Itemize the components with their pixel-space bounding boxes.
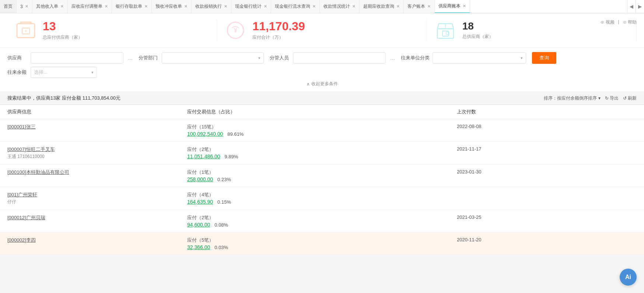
balance-select[interactable]: 选择... ▾ (31, 67, 97, 78)
filter-section: 供应商 ... 分管部门 ▾ 分管人员 ... 往来单位分类 ▾ 查询 (0, 48, 644, 92)
table-row: [000001]张三 应付（15笔） 100,092,540.00 89.61%… (0, 119, 644, 142)
transaction-amount-rongxuan[interactable]: 164,635.90 (187, 199, 213, 205)
nav-tab-supplier-book[interactable]: 供应商账本 ✕ (435, 0, 470, 13)
nav-scroll-right-btn[interactable]: ▶ (636, 0, 644, 13)
nav-tab-cash-flow[interactable]: 现金银行流水查询 ✕ (271, 0, 320, 13)
supplier-sub-rongxuan: 仔仔 (7, 199, 187, 205)
help-link[interactable]: ⊙ 帮助 (623, 19, 637, 25)
svg-point-2 (25, 30, 27, 32)
ar-ap-adjust-label: 应收应付调整单 (71, 3, 102, 10)
filter-row-2: 往来余额 选择... ▾ (7, 67, 637, 78)
refresh-label: 刷新 (628, 95, 637, 101)
transaction-info-rongxuan: 应付（4笔） 164,635.90 0.15% (187, 192, 457, 205)
payable-icon: ¥ (224, 19, 246, 41)
transaction-label-lisi: 应付（5笔） (187, 237, 457, 244)
person-input[interactable] (293, 52, 386, 63)
close-collection-icon[interactable]: ✕ (224, 4, 227, 9)
dept-filter-label: 分管部门 (139, 55, 159, 61)
summary-card-total-payable: ¥ 11,170.39 应付合计（万） (217, 19, 427, 41)
nav-tab-ar-ap-adjust[interactable]: 应收应付调整单 ✕ (68, 0, 112, 13)
nav-tab-bank[interactable]: 银行存取款单 ✕ (112, 0, 152, 13)
total-payable-suppliers-label: 总应付供应商（家） (43, 34, 83, 41)
collapse-btn[interactable]: ∧ 收起更多条件 (7, 81, 637, 87)
supplier-info-bente: [000100]本特勤油品有限公司 (7, 169, 187, 176)
close-cash-flow-icon[interactable]: ✕ (312, 4, 316, 9)
summary-section: 13 总应付供应商（家） ¥ 11,170.39 应付合计（万） (0, 13, 644, 48)
transaction-label-beiri: 应付（2笔） (187, 214, 457, 221)
summary-card-total-payable-suppliers: 13 总应付供应商（家） (7, 19, 217, 41)
collapse-label: 收起更多条件 (311, 81, 338, 87)
nav-scroll-left-btn[interactable]: ◀ (627, 0, 636, 13)
supplier-link-beiri[interactable]: [000012]广州贝瑞 (7, 214, 187, 221)
close-tab-3-icon[interactable]: ✕ (25, 4, 28, 9)
transaction-info-beiri: 应付（2笔） 94,600.00 0.08% (187, 214, 457, 228)
receipt-stats-label: 收款情况统计 (323, 3, 350, 10)
supplier-link-lisi[interactable]: [000002]李四 (7, 237, 187, 244)
export-button[interactable]: ↻ 导出 (605, 95, 619, 101)
nav-tab-home[interactable]: 首页 (0, 0, 17, 13)
nav-tab-other-income[interactable]: 其他收入单 ✕ (32, 0, 68, 13)
customer-book-label: 客户账本 (407, 3, 425, 10)
nav-tab-collection[interactable]: 收款核销执行 ✕ (192, 0, 231, 13)
close-bank-icon[interactable]: ✕ (144, 4, 148, 9)
cash-stats-label: 现金银行统计 (235, 3, 262, 10)
nav-tab-overdue[interactable]: 超期应收款查询 ✕ (360, 0, 404, 13)
top-right-links: ⊙ 视频 | ⊙ 帮助 (601, 19, 637, 25)
table-row: [000100]本特勤油品有限公司 应付（1笔） 258,000.00 0.23… (0, 165, 644, 187)
supplier-dots[interactable]: ... (128, 55, 133, 61)
close-supplier-book-icon[interactable]: ✕ (463, 4, 466, 8)
transaction-info-hengwang: 应付（2笔） 11,051,486.00 9.89% (187, 146, 457, 159)
supplier-sub-hengwang: 王通 17106110000 (7, 154, 187, 160)
person-dots[interactable]: ... (390, 55, 395, 61)
nav-tab-cash-stats[interactable]: 现金银行统计 ✕ (231, 0, 271, 13)
category-select[interactable]: ▾ (433, 52, 526, 63)
export-icon: ↻ (605, 96, 609, 101)
close-cash-stats-icon[interactable]: ✕ (264, 4, 267, 9)
data-table: 供应商信息 应付交易信息（占比） 上次付数 [000001]张三 应付（15笔）… (0, 105, 644, 255)
nav-tab-customer-book[interactable]: 客户账本 ✕ (404, 0, 435, 13)
total-suppliers-number: 18 (462, 21, 493, 32)
home-tab-label: 首页 (4, 3, 13, 10)
supplier-info-zhangsan: [000001]张三 (7, 124, 187, 130)
close-receipt-stats-icon[interactable]: ✕ (352, 4, 356, 9)
bank-label: 银行存取款单 (116, 3, 142, 10)
dept-filter-item: 分管部门 ▾ (139, 52, 264, 63)
close-customer-book-icon[interactable]: ✕ (427, 4, 431, 9)
svg-rect-5 (437, 29, 454, 38)
total-payable-label: 应付合计（万） (252, 34, 305, 41)
close-ar-ap-adjust-icon[interactable]: ✕ (105, 4, 108, 9)
table-row: [001]广州荣轩 仔仔 应付（4笔） 164,635.90 0.15% (0, 187, 644, 210)
query-button[interactable]: 查询 (532, 52, 556, 64)
supplier-link-bente[interactable]: [000100]本特勤油品有限公司 (7, 169, 187, 176)
overdue-label: 超期应收款查询 (363, 3, 394, 10)
sort-button[interactable]: 排序：按应付余额倒序排序 ▾ (544, 95, 601, 101)
transaction-amount-zhangsan[interactable]: 100,092,540.00 (187, 131, 223, 137)
nav-tab-prepay[interactable]: 预收冲应收单 ✕ (152, 0, 192, 13)
supplier-link-zhangsan[interactable]: [000001]张三 (7, 124, 187, 130)
close-overdue-icon[interactable]: ✕ (396, 4, 400, 9)
transaction-amount-bente[interactable]: 258,000.00 (187, 176, 213, 182)
transaction-info-bente: 应付（1笔） 258,000.00 0.23% (187, 169, 457, 182)
dept-select[interactable]: ▾ (162, 52, 264, 63)
transaction-percent-hengwang: 9.89% (225, 154, 238, 159)
person-filter-label: 分管人员 (270, 55, 290, 61)
transaction-amount-beiri[interactable]: 94,600.00 (187, 222, 210, 228)
video-link[interactable]: ⊙ 视频 (601, 19, 614, 25)
close-prepay-icon[interactable]: ✕ (184, 4, 188, 9)
nav-tab-receipt-stats[interactable]: 收款情况统计 ✕ (320, 0, 360, 13)
supplier-info-lisi: [000002]李四 (7, 237, 187, 244)
shop-icon (434, 19, 456, 41)
transaction-amount-hengwang[interactable]: 11,051,486.00 (187, 154, 220, 159)
transaction-amount-lisi[interactable]: 32,366.00 (187, 244, 210, 250)
close-other-income-icon[interactable]: ✕ (60, 4, 64, 9)
supplier-link-hengwang[interactable]: [000007]恒旺二手叉车 (7, 146, 187, 153)
export-label: 导出 (610, 95, 619, 101)
supplier-info-rongxuan: [001]广州荣轩 仔仔 (7, 192, 187, 205)
lastpay-beiri: 2021-03-25 (457, 214, 637, 220)
supplier-link-rongxuan[interactable]: [001]广州荣轩 (7, 192, 187, 198)
nav-tab-3[interactable]: 3 ✕ (17, 0, 32, 13)
refresh-button[interactable]: ↺ 刷新 (623, 95, 637, 101)
results-bar: 搜索结果中，供应商13家 应付金额 111,703,854.00元 排序：按应付… (0, 92, 644, 105)
col-header-lastpay: 上次付数 (457, 108, 637, 115)
supplier-input[interactable] (31, 52, 123, 63)
